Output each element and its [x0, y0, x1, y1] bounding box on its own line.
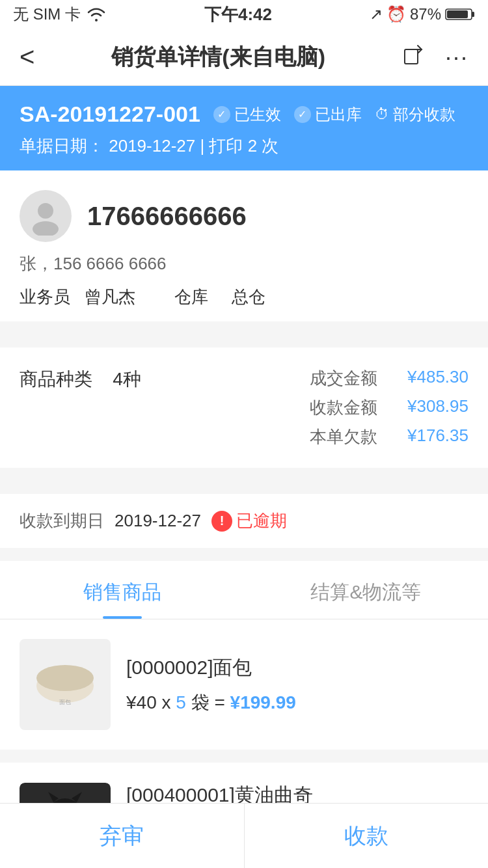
- deal-value: ¥485.30: [390, 367, 468, 390]
- date-label: 单据日期：: [20, 136, 104, 156]
- list-item: 面包 [0000002]面包 ¥40 x 5 袋 = ¥199.99: [0, 619, 488, 750]
- sales-label: 业务员: [20, 287, 70, 306]
- battery-icon: [445, 7, 475, 21]
- svg-point-7: [36, 665, 94, 691]
- received-value: ¥308.95: [390, 396, 468, 419]
- check-icon-1: ✓: [213, 106, 230, 123]
- tab-settlement[interactable]: 结算&物流等: [244, 561, 488, 619]
- product-name-1: [0000002]面包: [126, 655, 468, 681]
- tab-section: 销售商品 结算&物流等: [0, 561, 488, 619]
- stat-received: 收款金额 ¥308.95: [310, 396, 468, 419]
- status-bar: 无 SIM 卡 下午4:42 ↗ ⏰ 87%: [0, 0, 488, 29]
- status-badge-1: ✓ 已生效: [213, 104, 281, 125]
- bottom-bar: 弃审 收款: [0, 803, 488, 868]
- wifi-icon: [86, 7, 107, 21]
- back-button[interactable]: <: [20, 42, 34, 72]
- warehouse-name: 总仓: [232, 287, 265, 306]
- warehouse-info: 仓库 总仓: [174, 286, 265, 308]
- customer-name-phone: 张，156 6666 6666: [20, 252, 468, 275]
- nav-actions: ···: [402, 43, 468, 72]
- received-label: 收款金额: [310, 396, 377, 419]
- share-icon[interactable]: [402, 43, 426, 72]
- page-title: 销货单详情(来自电脑): [111, 42, 325, 72]
- bread-placeholder-icon: 面包: [33, 658, 98, 711]
- status-badge-2: ✓ 已出库: [294, 104, 362, 125]
- product-type-count: 4种: [113, 369, 141, 389]
- status-badge-3: ⏱ 部分收款: [375, 104, 455, 125]
- deal-label: 成交金额: [310, 367, 377, 390]
- due-section: 收款到期日 2019-12-27 ! 已逾期: [0, 494, 488, 548]
- status-right: ↗ ⏰ 87%: [370, 5, 475, 23]
- product-type-label: 商品种类: [20, 369, 92, 389]
- overdue-badge: ! 已逾期: [211, 509, 287, 532]
- svg-rect-3: [405, 49, 418, 64]
- battery-text: 87%: [410, 5, 441, 23]
- svg-point-4: [38, 203, 53, 219]
- alarm-icon: ⏰: [386, 5, 406, 23]
- warehouse-label: 仓库: [174, 287, 208, 306]
- customer-section: 17666666666 张，156 6666 6666 业务员 曾凡杰 仓库 总…: [0, 170, 488, 321]
- clock-icon: ⏱: [375, 106, 389, 123]
- svg-rect-1: [472, 12, 474, 17]
- check-icon-2: ✓: [294, 106, 311, 123]
- status-text-1: 已生效: [234, 104, 281, 125]
- status-text-2: 已出库: [315, 104, 362, 125]
- tabs: 销售商品 结算&物流等: [0, 561, 488, 619]
- order-id: SA-20191227-001: [20, 102, 200, 127]
- stat-owed: 本单欠款 ¥176.35: [310, 426, 468, 448]
- product-price-1: ¥40 x 5 袋 = ¥199.99: [126, 690, 468, 715]
- stats-right: 成交金额 ¥485.30 收款金额 ¥308.95 本单欠款 ¥176.35: [310, 367, 468, 448]
- gap-2: [0, 481, 488, 494]
- order-date: 2019-12-27: [109, 136, 195, 156]
- svg-point-5: [33, 221, 59, 236]
- nav-bar: < 销货单详情(来自电脑) ···: [0, 29, 488, 86]
- status-time: 下午4:42: [204, 3, 272, 26]
- owed-value: ¥176.35: [390, 426, 468, 448]
- location-icon: ↗: [370, 5, 383, 23]
- avatar: [20, 190, 72, 242]
- order-header: SA-20191227-001 ✓ 已生效 ✓ 已出库 ⏱ 部分收款 单据日期：…: [0, 86, 488, 170]
- gap-1: [0, 334, 488, 347]
- stats-section: 商品种类 4种 成交金额 ¥485.30 收款金额 ¥308.95 本单欠款 ¥…: [0, 347, 488, 468]
- svg-rect-2: [447, 10, 468, 18]
- status-text-3: 部分收款: [393, 104, 455, 125]
- owed-label: 本单欠款: [310, 426, 377, 448]
- due-date: 2019-12-27: [115, 511, 201, 531]
- due-label: 收款到期日: [20, 509, 104, 532]
- avatar-icon: [26, 197, 65, 236]
- order-id-row: SA-20191227-001 ✓ 已生效 ✓ 已出库 ⏱ 部分收款: [20, 102, 468, 127]
- cancel-button[interactable]: 弃审: [0, 804, 245, 868]
- overdue-text: 已逾期: [236, 509, 287, 532]
- print-info: | 打印 2 次: [200, 136, 278, 156]
- gap-3: [0, 554, 488, 561]
- svg-text:面包: 面包: [59, 699, 71, 705]
- order-date-row: 单据日期： 2019-12-27 | 打印 2 次: [20, 135, 468, 157]
- sales-info: 业务员 曾凡杰: [20, 286, 135, 308]
- overdue-icon: !: [211, 511, 232, 532]
- customer-main: 17666666666: [20, 190, 468, 242]
- customer-phone: 17666666666: [87, 202, 247, 231]
- status-left: 无 SIM 卡: [13, 4, 107, 25]
- tab-products[interactable]: 销售商品: [0, 561, 244, 619]
- customer-meta: 业务员 曾凡杰 仓库 总仓: [20, 286, 468, 308]
- product-thumb-1: 面包: [20, 639, 111, 730]
- confirm-button[interactable]: 收款: [245, 804, 489, 868]
- sales-person: 曾凡杰: [85, 287, 135, 306]
- product-info-1: [0000002]面包 ¥40 x 5 袋 = ¥199.99: [126, 655, 468, 715]
- carrier-text: 无 SIM 卡: [13, 4, 81, 25]
- more-icon[interactable]: ···: [445, 44, 468, 71]
- stat-deal: 成交金额 ¥485.30: [310, 367, 468, 390]
- stats-left: 商品种类 4种: [20, 367, 141, 392]
